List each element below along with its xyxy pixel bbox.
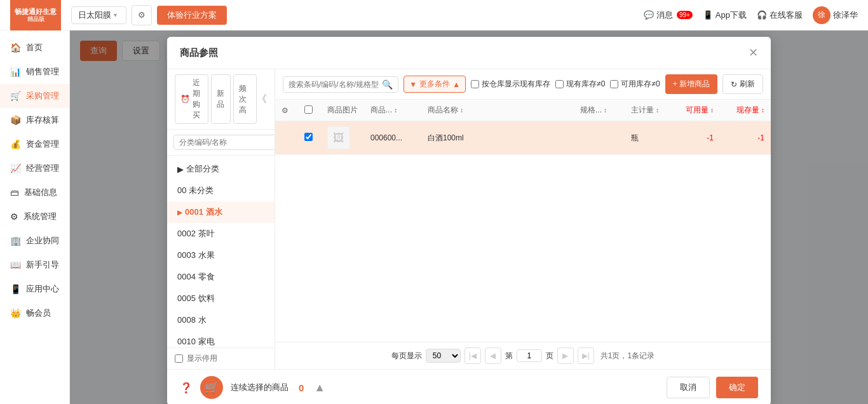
- sidebar-item-finance[interactable]: 💰 资金管理: [0, 132, 69, 156]
- cat-item-0002[interactable]: 0002 茶叶: [167, 223, 275, 245]
- more-filters-button[interactable]: ▼ 更多条件 ▲: [403, 76, 466, 93]
- table-row[interactable]: 🖼 000600... 白酒100ml: [275, 121, 771, 155]
- col-unit-header[interactable]: 主计量: [625, 100, 669, 121]
- main-layout: 🏠 首页 📊 销售管理 🛒 采购管理 📦 库存核算 💰 资金管理 📈 经营管理 …: [0, 30, 868, 404]
- sidebar-item-newbie[interactable]: 📖 新手引导: [0, 253, 69, 277]
- col-code-header[interactable]: 商品...: [364, 100, 421, 121]
- col-stock-header[interactable]: 现存量: [720, 100, 771, 121]
- row-checkbox[interactable]: [304, 133, 313, 141]
- product-reference-modal: 商品参照 ✕ ⏰ 近期购买: [167, 37, 771, 404]
- last-page-button[interactable]: ▶|: [578, 347, 594, 364]
- brand-logo: 畅捷通好生意 精品版: [10, 0, 61, 30]
- has-avail-filter-checkbox[interactable]: [610, 80, 618, 88]
- home-icon: 🏠: [10, 43, 21, 53]
- sidebar-item-system[interactable]: ⚙ 系统管理: [0, 205, 69, 229]
- per-page-label: 每页显示: [391, 351, 422, 361]
- warehouse-filter-label: 按仓库显示现有库存: [471, 79, 550, 90]
- prev-page-button[interactable]: ◀: [485, 347, 501, 364]
- cat-item-0005[interactable]: 0005 饮料: [167, 288, 275, 309]
- cart-label: 连续选择的商品: [231, 382, 288, 393]
- first-page-button[interactable]: |◀: [465, 347, 481, 364]
- trial-button[interactable]: 体验行业方案: [157, 6, 227, 25]
- sidebar-label-system: 系统管理: [24, 211, 57, 222]
- message-button[interactable]: 💬 消息 99+: [644, 10, 693, 21]
- username-label: 徐泽华: [833, 10, 858, 21]
- help-icon[interactable]: ❓: [180, 382, 193, 394]
- cancel-button[interactable]: 取消: [667, 377, 710, 398]
- sidebar-item-basic[interactable]: 🗃 基础信息: [0, 180, 69, 205]
- cat-tab-new[interactable]: 新品: [211, 74, 231, 124]
- filter-icon: ▼: [409, 80, 417, 89]
- row-check-cell: [298, 121, 321, 155]
- cat-tab-recent-label: 近期购买: [193, 77, 203, 121]
- cat-item-0001[interactable]: ▶ 0001 酒水: [167, 201, 275, 223]
- next-page-button[interactable]: ▶: [557, 347, 574, 364]
- sidebar-label-inventory: 库存核算: [26, 114, 59, 126]
- user-profile-button[interactable]: 徐 徐泽华: [813, 6, 858, 24]
- basic-icon: 🗃: [10, 187, 19, 198]
- modal-close-button[interactable]: ✕: [749, 46, 758, 60]
- has-stock-filter-label: 现有库存≠0: [555, 79, 605, 90]
- cat-item-0003[interactable]: 0003 水果: [167, 245, 275, 266]
- modal-body: ⏰ 近期购买 新品 频次高 《: [167, 69, 771, 369]
- sidebar-item-sales[interactable]: 📊 销售管理: [0, 60, 69, 84]
- table-toolbar: 🔍 ▼ 更多条件 ▲ 按仓库显示现有库存: [275, 69, 771, 100]
- col-name-header[interactable]: 商品名称: [421, 100, 574, 121]
- col-avail-header[interactable]: 可用量: [669, 100, 720, 121]
- per-page-select[interactable]: 50 100 200: [426, 349, 461, 363]
- sidebar-item-purchase[interactable]: 🛒 采购管理: [0, 84, 69, 108]
- footer-actions: 取消 确定: [667, 377, 758, 398]
- modal-title: 商品参照: [180, 47, 218, 59]
- sidebar: 🏠 首页 📊 销售管理 🛒 采购管理 📦 库存核算 💰 资金管理 📈 经营管理 …: [0, 30, 70, 404]
- brand-name: 畅捷通好生意: [15, 7, 57, 16]
- cat-tabs: ⏰ 近期购买 新品 频次高: [175, 74, 257, 124]
- confirm-button[interactable]: 确定: [716, 377, 758, 398]
- cat-item-0001-label: 0001 酒水: [185, 206, 222, 218]
- sidebar-item-member[interactable]: 👑 畅会员: [0, 301, 69, 325]
- select-all-checkbox[interactable]: [304, 105, 313, 114]
- cat-item-00-label: 00 未分类: [177, 185, 214, 196]
- store-selector[interactable]: 日太阳膜 ▾: [71, 6, 126, 24]
- show-disabled-checkbox[interactable]: [175, 354, 183, 363]
- cat-item-all-label: 全部分类: [186, 163, 219, 175]
- refresh-icon: ↻: [731, 80, 737, 89]
- col-spec-header[interactable]: 规格...: [574, 100, 625, 121]
- settings-button[interactable]: ⚙: [132, 5, 152, 25]
- refresh-button[interactable]: ↻ 刷新: [722, 74, 763, 94]
- cat-tab-frequent[interactable]: 频次高: [233, 74, 257, 124]
- cat-search-input[interactable]: [173, 135, 275, 150]
- cat-item-00[interactable]: 00 未分类: [167, 180, 275, 201]
- add-product-button[interactable]: + 新增商品: [665, 74, 717, 94]
- category-list: ▶ 全部分类 00 未分类 ▶ 0001 酒水 0002 茶: [167, 156, 275, 347]
- cat-item-0008[interactable]: 0008 水: [167, 309, 275, 331]
- cat-item-0004[interactable]: 0004 零食: [167, 266, 275, 288]
- cart-button[interactable]: 🛒: [200, 376, 223, 399]
- cat-item-all[interactable]: ▶ 全部分类: [167, 158, 275, 180]
- content-area: 查询 设置 刷新 商品参照 ✕: [70, 30, 868, 404]
- sidebar-item-home[interactable]: 🏠 首页: [0, 36, 69, 60]
- cat-item-0010[interactable]: 0010 家电: [167, 331, 275, 347]
- sidebar-item-inventory[interactable]: 📦 库存核算: [0, 108, 69, 132]
- page-total-info: 共1页，1条记录: [600, 351, 654, 361]
- online-service-button[interactable]: 🎧 在线客服: [757, 10, 803, 21]
- table-header: ⚙ 商品图片: [275, 100, 771, 121]
- warehouse-filter-checkbox[interactable]: [471, 80, 479, 88]
- product-search-input[interactable]: [288, 80, 379, 89]
- search-icon[interactable]: 🔍: [382, 79, 393, 90]
- cat-collapse-button[interactable]: 《: [257, 93, 267, 106]
- filter-label: 更多条件: [419, 79, 450, 90]
- sidebar-label-sales: 销售管理: [26, 66, 59, 77]
- avatar: 徐: [813, 6, 831, 24]
- cat-item-0005-label: 0005 饮料: [177, 293, 215, 304]
- sidebar-item-operation[interactable]: 📈 经营管理: [0, 156, 69, 180]
- column-settings-icon[interactable]: ⚙: [281, 106, 288, 115]
- has-stock-filter-checkbox[interactable]: [555, 80, 564, 88]
- sidebar-item-enterprise[interactable]: 🏢 企业协同: [0, 229, 69, 253]
- sidebar-item-app[interactable]: 📱 应用中心: [0, 277, 69, 301]
- page-number-input[interactable]: [517, 349, 542, 362]
- product-image: 🖼: [327, 126, 350, 149]
- cat-tab-recent[interactable]: ⏰ 近期购买: [175, 74, 208, 124]
- chevron-down-icon: ▾: [114, 11, 117, 18]
- footer-collapse-button[interactable]: ▲: [314, 381, 325, 394]
- app-download-button[interactable]: 📱 App下载: [703, 10, 747, 21]
